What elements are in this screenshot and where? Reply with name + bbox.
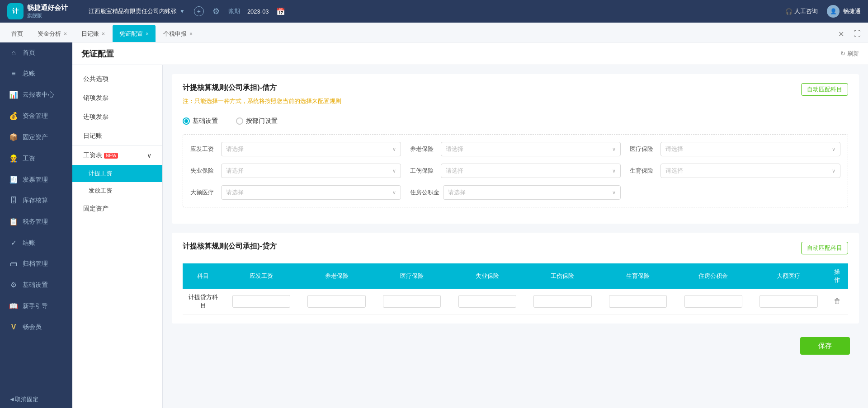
sidebar-item-vip[interactable]: V 畅会员	[0, 317, 72, 338]
close-tab-tax-report[interactable]: ×	[189, 31, 193, 37]
nav-item-public[interactable]: 公共选项	[72, 70, 162, 89]
top-bar-center: + ⚙ 账期 2023-03 📅	[194, 6, 285, 16]
capital-icon: 💰	[9, 112, 18, 120]
delete-row-button[interactable]: 🗑	[834, 297, 841, 305]
headset-icon: 🎧	[785, 8, 793, 15]
col-housing: 住房公积金	[675, 263, 751, 289]
select-pension[interactable]: 请选择 ∨	[441, 142, 621, 156]
close-all-tabs-button[interactable]: ✕	[835, 28, 847, 40]
select-work-injury[interactable]: 请选择 ∨	[441, 164, 621, 178]
add-button[interactable]: +	[194, 6, 204, 16]
sidebar-unpin-button[interactable]: ◄取消固定	[0, 391, 72, 408]
select-major-medical[interactable]: 请选择 ∨	[221, 185, 401, 200]
nav-sub-item-accrual[interactable]: 计提工资	[72, 165, 162, 182]
cell-should-pay	[224, 289, 299, 314]
tab-journal[interactable]: 日记账 ×	[75, 25, 112, 42]
nav-item-fixed-assets[interactable]: 固定资产	[72, 199, 162, 218]
home-icon: ⌂	[9, 49, 18, 57]
cell-maternity	[600, 289, 676, 314]
save-button[interactable]: 保存	[800, 337, 850, 355]
chevron-down-icon: ∨	[392, 146, 396, 152]
sidebar-item-general-ledger[interactable]: ≡ 总账	[0, 63, 72, 84]
radio-basic-settings[interactable]: 基础设置	[183, 117, 218, 125]
close-tab-capital-analysis[interactable]: ×	[64, 31, 67, 37]
sidebar-item-payroll[interactable]: 👷 工资	[0, 148, 72, 169]
debit-auto-match-button[interactable]: 自动匹配科目	[801, 83, 848, 96]
basic-settings-icon: ⚙	[9, 281, 18, 289]
group-collapse-arrow: ∨	[147, 152, 151, 159]
credit-table: 科目 应发工资 养老保险 医疗保险 失业保险 工伤保险 生育保险 住房公积金 大…	[183, 263, 848, 314]
select-should-pay-wage[interactable]: 请选择 ∨	[221, 142, 401, 156]
input-unemployment[interactable]	[458, 295, 516, 308]
invoice-icon: 🧾	[9, 175, 18, 184]
input-housing[interactable]	[684, 295, 742, 308]
select-unemployment[interactable]: 请选择 ∨	[221, 164, 401, 178]
company-dropdown-arrow: ▼	[179, 8, 185, 14]
input-should-pay[interactable]	[232, 295, 290, 308]
field-unemployment: 失业保险 请选择 ∨	[190, 164, 401, 178]
tab-home[interactable]: 首页	[5, 25, 30, 42]
user-area[interactable]: 👤 畅捷通	[827, 5, 861, 18]
sidebar-item-inventory[interactable]: 🗄 库存核算	[0, 190, 72, 211]
split-layout: 公共选项 销项发票 进项发票 日记账 工资表 NEW ∨ 计提工资 发放工资 固…	[72, 65, 868, 408]
refresh-button[interactable]: ↻ 刷新	[840, 50, 859, 58]
sidebar-item-home[interactable]: ⌂ 首页	[0, 42, 72, 63]
field-maternity: 生育保险 请选择 ∨	[630, 164, 840, 178]
input-maternity[interactable]	[609, 295, 667, 308]
sidebar-item-basic-settings[interactable]: ⚙ 基础设置	[0, 274, 72, 295]
sidebar-item-capital[interactable]: 💰 资金管理	[0, 105, 72, 127]
vip-icon: V	[9, 323, 18, 331]
logo-sub: 旗舰版	[27, 12, 68, 19]
company-selector[interactable]: 江西服宝精品有限责任公司内账张 ▼	[89, 7, 185, 15]
sidebar-item-cloud-reports[interactable]: 📊 云报表中心	[0, 84, 72, 105]
sidebar-item-invoice[interactable]: 🧾 发票管理	[0, 169, 72, 190]
select-housing-fund[interactable]: 请选择 ∨	[443, 185, 621, 200]
sidebar-item-fixed-assets[interactable]: 📦 固定资产	[0, 127, 72, 148]
settings-icon[interactable]: ⚙	[211, 6, 221, 16]
page-title: 凭证配置	[81, 48, 114, 59]
calendar-icon[interactable]: 📅	[276, 7, 285, 16]
input-medical[interactable]	[383, 295, 441, 308]
input-pension[interactable]	[307, 295, 365, 308]
input-work-injury[interactable]	[533, 295, 591, 308]
cell-action: 🗑	[826, 289, 848, 314]
company-name: 江西服宝精品有限责任公司内账张	[89, 7, 177, 15]
tab-tax-report[interactable]: 个税申报 ×	[156, 25, 199, 42]
tab-voucher-config[interactable]: 凭证配置 ×	[113, 25, 156, 42]
debit-form-row2: 失业保险 请选择 ∨ 工伤保险 请选择 ∨	[190, 164, 840, 178]
sidebar-item-tax[interactable]: 📋 税务管理	[0, 211, 72, 232]
input-major-medical[interactable]	[760, 295, 817, 308]
debit-section-note: 注：只能选择一种方式，系统将按照您当前的选择来配置规则	[183, 97, 341, 105]
sidebar-item-closing[interactable]: ✓ 结账	[0, 232, 72, 253]
expand-button[interactable]: ⛶	[851, 28, 863, 40]
sidebar-item-archive[interactable]: 🗃 归档管理	[0, 253, 72, 274]
cell-pension	[299, 289, 374, 314]
service-button[interactable]: 🎧 人工咨询	[785, 7, 818, 15]
tab-capital-analysis[interactable]: 资金分析 ×	[31, 25, 74, 42]
credit-auto-match-button[interactable]: 自动匹配科目	[801, 242, 848, 254]
debit-section-title: 计提核算规则(公司承担)-借方	[183, 83, 341, 93]
field-major-medical: 大额医疗 请选择 ∨	[190, 185, 401, 200]
nav-sub-item-distribution[interactable]: 发放工资	[72, 182, 162, 199]
sidebar-item-guide[interactable]: 📖 新手引导	[0, 295, 72, 317]
chevron-down-icon-7: ∨	[392, 190, 396, 196]
cell-unemployment	[450, 289, 525, 314]
close-tab-journal[interactable]: ×	[102, 31, 105, 37]
closing-icon: ✓	[9, 239, 18, 247]
logo-text: 畅捷通好会计	[27, 4, 68, 12]
nav-item-sales-invoice[interactable]: 销项发票	[72, 89, 162, 108]
select-medical[interactable]: 请选择 ∨	[660, 142, 840, 156]
radio-department-settings[interactable]: 按部门设置	[236, 117, 278, 125]
col-major-medical: 大额医疗	[751, 263, 826, 289]
close-tab-voucher-config[interactable]: ×	[146, 31, 149, 37]
col-subject: 科目	[183, 263, 224, 289]
nav-item-purchase-invoice[interactable]: 进项发票	[72, 108, 162, 127]
nav-item-journal[interactable]: 日记账	[72, 127, 162, 145]
select-maternity[interactable]: 请选择 ∨	[660, 164, 840, 178]
refresh-icon: ↻	[840, 50, 845, 57]
field-pension: 养老保险 请选择 ∨	[410, 142, 621, 156]
tab-bar: 首页 资金分析 × 日记账 × 凭证配置 × 个税申报 × ✕ ⛶	[0, 23, 868, 42]
nav-group-payroll-header[interactable]: 工资表 NEW ∨	[72, 146, 162, 165]
col-unemployment: 失业保险	[450, 263, 525, 289]
ledger-icon: ≡	[9, 70, 18, 78]
